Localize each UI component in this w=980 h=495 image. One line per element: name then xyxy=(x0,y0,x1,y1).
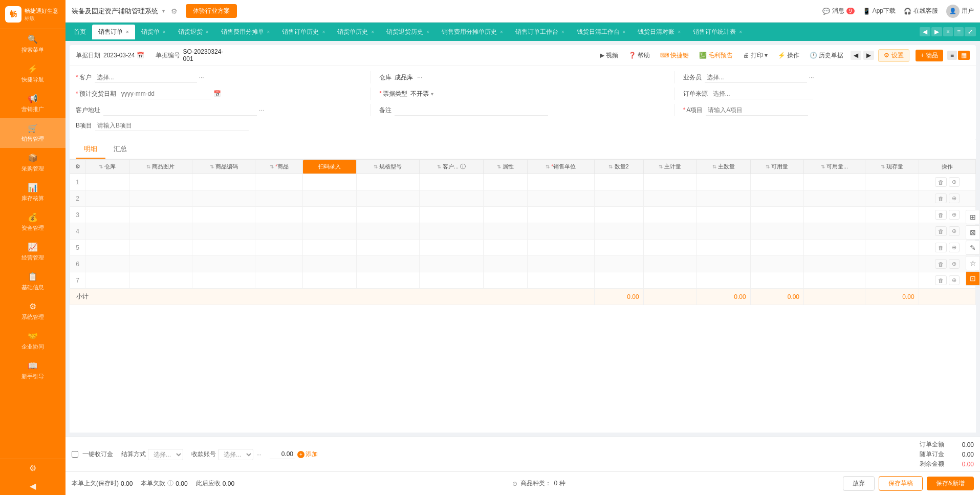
col-spec[interactable]: ⇅ 规格型号 xyxy=(356,160,419,174)
delete-row-1-btn[interactable]: 🗑 xyxy=(935,177,947,187)
row-2-warehouse[interactable] xyxy=(85,190,129,207)
delete-row-5-btn[interactable]: 🗑 xyxy=(935,243,947,252)
row-1-scan[interactable] xyxy=(303,174,356,190)
sidebar-item-system[interactable]: ⚙ 系统管理 xyxy=(0,296,66,326)
row-1-image[interactable] xyxy=(129,174,192,190)
row-1-main-unit[interactable] xyxy=(643,174,696,190)
warehouse-dots[interactable]: ··· xyxy=(417,74,422,81)
nav-expand-btn[interactable]: ⤢ xyxy=(965,27,976,36)
copy-row-1-btn[interactable]: ⊕ xyxy=(949,177,960,187)
col-available2[interactable]: ⇅ 可用量... xyxy=(804,160,865,174)
order-source-input[interactable] xyxy=(711,89,813,99)
sidebar-item-guide[interactable]: 📖 新手引导 xyxy=(0,356,66,385)
row-2-spec[interactable] xyxy=(356,190,419,207)
row-1-available2[interactable] xyxy=(804,174,865,190)
notes-input[interactable] xyxy=(395,105,548,116)
form-next-btn[interactable]: ▶ xyxy=(863,51,874,60)
customer-dots[interactable]: ··· xyxy=(199,74,204,81)
row-1-code[interactable] xyxy=(192,174,255,190)
close-workbench-icon[interactable]: × xyxy=(561,29,564,35)
row-1-warehouse[interactable] xyxy=(85,174,129,190)
copy-row-3-btn[interactable]: ⊕ xyxy=(949,210,960,220)
sidebar-item-search[interactable]: 🔍 搜索菜单 xyxy=(0,29,66,59)
tab-expense-history[interactable]: 销售费用分摊单历史 × xyxy=(435,25,509,39)
tab-order-history[interactable]: 销售订单历史 × xyxy=(276,25,331,39)
row-2-unit[interactable] xyxy=(527,190,594,207)
tab-home[interactable]: 首页 xyxy=(68,25,92,39)
close-statistics-icon[interactable]: × xyxy=(739,29,742,35)
close-sales-order-icon[interactable]: × xyxy=(126,29,129,35)
close-order-history-icon[interactable]: × xyxy=(322,29,325,35)
close-sales-invoice-icon[interactable]: × xyxy=(163,29,166,35)
row-1-current[interactable] xyxy=(865,174,919,190)
delete-row-2-btn[interactable]: 🗑 xyxy=(935,193,947,203)
goods-count-icon[interactable]: ⊙ xyxy=(512,480,517,487)
history-btn[interactable]: 🕐 历史单据 xyxy=(807,50,846,61)
nav-menu-btn[interactable]: ≡ xyxy=(954,27,964,36)
form-prev-btn[interactable]: ◀ xyxy=(851,51,861,60)
row-2-current[interactable] xyxy=(865,190,919,207)
sidebar-collapse[interactable]: ◀ xyxy=(0,477,66,495)
panel-icon-4[interactable]: ☆ xyxy=(966,256,980,270)
panel-icon-3[interactable]: ✎ xyxy=(966,241,980,255)
tab-sales-return[interactable]: 销货退货 × xyxy=(172,25,215,39)
tab-detail[interactable]: 明细 xyxy=(76,140,105,159)
row-2-qty2[interactable] xyxy=(594,190,643,207)
row-1-attr[interactable] xyxy=(484,174,528,190)
save-draft-button[interactable]: 保存草稿 xyxy=(879,476,923,491)
delivery-calendar-icon[interactable]: 📅 xyxy=(213,90,221,97)
tab-cash-reconcile[interactable]: 钱货日清对账 × xyxy=(631,25,687,39)
row-1-available[interactable] xyxy=(750,174,803,190)
row-1-spec[interactable] xyxy=(356,174,419,190)
message-btn[interactable]: 💬 消息 9 xyxy=(822,7,855,15)
col-scan[interactable]: 扫码录入 xyxy=(303,160,356,174)
sidebar-item-finance[interactable]: 💰 资金管理 xyxy=(0,207,66,237)
close-cash-workbench-icon[interactable]: × xyxy=(623,29,626,35)
tab-sales-order[interactable]: 销售订单 × xyxy=(92,25,135,39)
invoice-type-value[interactable]: 不开票 xyxy=(410,90,429,98)
address-dots[interactable]: ··· xyxy=(259,106,264,114)
copy-row-2-btn[interactable]: ⊕ xyxy=(949,193,960,203)
panel-icon-2[interactable]: ⊠ xyxy=(966,225,980,240)
col-current[interactable]: ⇅ 现存量 xyxy=(865,160,919,174)
nav-close-btn[interactable]: × xyxy=(943,27,953,36)
tab-workbench[interactable]: 销售订单工作台 × xyxy=(509,25,571,39)
row-2-image[interactable] xyxy=(129,190,192,207)
print-btn[interactable]: 🖨 打印 ▾ xyxy=(740,50,771,61)
copy-row-7-btn[interactable]: ⊕ xyxy=(949,275,960,285)
settings-button[interactable]: ⚙ 设置 xyxy=(878,49,909,62)
panel-icon-1[interactable]: ⊞ xyxy=(966,210,980,224)
col-main-qty[interactable]: ⇅ 主数量 xyxy=(697,160,750,174)
user-btn[interactable]: 👤 用户 xyxy=(946,5,974,18)
col-qty2[interactable]: ⇅ 数量2 xyxy=(594,160,643,174)
copy-row-4-btn[interactable]: ⊕ xyxy=(949,226,960,236)
discard-button[interactable]: 放弃 xyxy=(843,476,875,491)
col-settings[interactable]: ⚙ xyxy=(70,160,85,174)
row-2-available2[interactable] xyxy=(804,190,865,207)
account-dots[interactable]: ··· xyxy=(256,451,262,458)
view-video-btn[interactable]: ▶ 视频 xyxy=(597,50,621,61)
delete-row-4-btn[interactable]: 🗑 xyxy=(935,226,947,236)
online-service-btn[interactable]: 🎧 在线客服 xyxy=(904,7,938,15)
col-unit[interactable]: ⇅ *销售单位 xyxy=(527,160,594,174)
sidebar-item-cooperation[interactable]: 🤝 企业协同 xyxy=(0,326,66,356)
table-scroll[interactable]: ⚙ ⇅ 仓库 ⇅ 商品图片 ⇅ 商品编码 ⇅ *商品 扫码录入 ⇅ 规格型号 ⇅… xyxy=(70,159,976,433)
panel-icon-5[interactable]: ⊡ xyxy=(966,271,980,286)
row-3-warehouse[interactable] xyxy=(85,207,129,223)
col-image[interactable]: ⇅ 商品图片 xyxy=(129,160,192,174)
industry-btn[interactable]: 体验行业方案 xyxy=(186,4,237,18)
delete-row-6-btn[interactable]: 🗑 xyxy=(935,259,947,269)
tab-invoice-history[interactable]: 销货单历史 × xyxy=(331,25,380,39)
close-expense-icon[interactable]: × xyxy=(267,29,270,35)
close-sales-return-icon[interactable]: × xyxy=(206,29,209,35)
shortcut-btn[interactable]: ⌨ 快捷键 xyxy=(657,50,692,61)
a-project-input[interactable] xyxy=(706,105,808,116)
salesperson-dots[interactable]: ··· xyxy=(809,74,814,81)
row-1-customer-code[interactable] xyxy=(419,174,483,190)
col-code[interactable]: ⇅ 商品编码 xyxy=(192,160,255,174)
col-main-unit[interactable]: ⇅ 主计量 xyxy=(643,160,696,174)
add-payment-btn[interactable]: + 添加 xyxy=(297,450,318,459)
sidebar-item-inventory[interactable]: 📊 库存核算 xyxy=(0,178,66,207)
tab-summary[interactable]: 汇总 xyxy=(105,140,135,159)
nav-prev-btn[interactable]: ◀ xyxy=(920,27,930,36)
